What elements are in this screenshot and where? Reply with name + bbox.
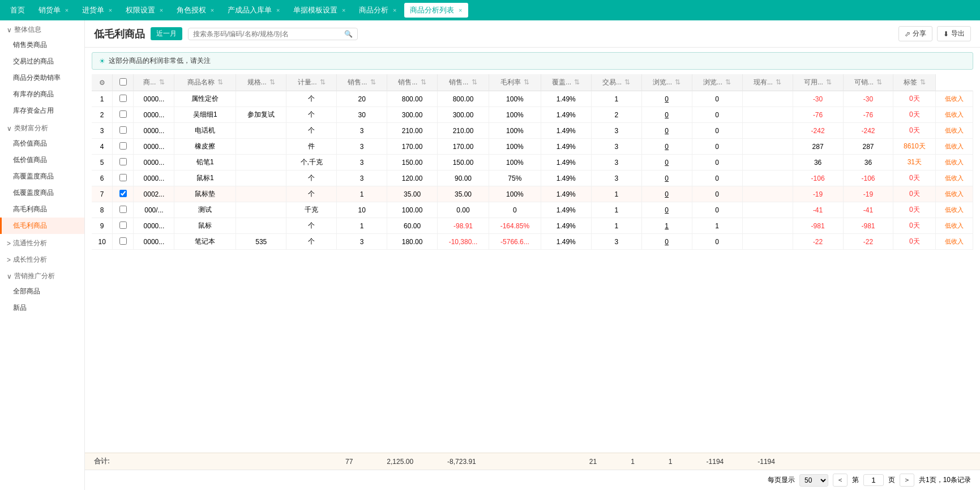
row-saleable: 0天: [893, 202, 936, 218]
row-browse2: [742, 202, 793, 218]
row-gross-rate: 1.49%: [541, 171, 591, 186]
sidebar-item-high-coverage[interactable]: 高覆盖度商品: [0, 168, 84, 185]
sidebar-item-low-value[interactable]: 低价值商品: [0, 152, 84, 168]
row-checkbox[interactable]: [119, 158, 127, 165]
col-code[interactable]: 商... ⇅: [134, 74, 174, 91]
nav-products[interactable]: 产成品入库单 ×: [222, 3, 285, 18]
nav-goods-analysis-close[interactable]: ×: [393, 7, 396, 14]
row-browse1: 0: [692, 234, 742, 250]
row-checkbox[interactable]: [119, 237, 127, 245]
nav-goods-analysis-list-close[interactable]: ×: [459, 7, 462, 14]
sidebar-group-marketing[interactable]: ∨ 营销推广分析: [0, 267, 84, 283]
row-checkbox[interactable]: [119, 221, 127, 229]
page-number-input[interactable]: [863, 474, 884, 486]
nav-permissions-close[interactable]: ×: [160, 7, 163, 14]
nav-purchase-close[interactable]: ×: [109, 7, 112, 14]
row-browse1: 0: [692, 139, 742, 155]
nav-roles-close[interactable]: ×: [211, 7, 214, 14]
col-unit[interactable]: 计量... ⇅: [286, 74, 337, 91]
next-page-button[interactable]: ＞: [900, 474, 914, 487]
col-sales-profit[interactable]: 销售... ⇅: [438, 74, 489, 91]
search-input[interactable]: [193, 30, 344, 38]
row-checkbox-cell: [113, 186, 134, 202]
page-size-select[interactable]: 50 100: [799, 474, 828, 487]
data-table: ⚙ 商... ⇅ 商品名称 ⇅ 规格... ⇅ 计量... ⇅ 销售... ⇅ …: [92, 74, 973, 250]
col-spec[interactable]: 规格... ⇅: [236, 74, 286, 91]
row-spec: [236, 91, 286, 107]
export-button[interactable]: ⬇ 导出: [937, 26, 971, 41]
row-checkbox[interactable]: [119, 142, 127, 150]
sidebar-item-traded-goods[interactable]: 交易过的商品: [0, 53, 84, 70]
row-checkbox[interactable]: [119, 126, 127, 134]
row-trade[interactable]: 0: [641, 234, 692, 250]
col-sales-qty[interactable]: 销售... ⇅: [337, 74, 387, 91]
nav-roles[interactable]: 角色授权 ×: [171, 3, 220, 18]
row-trade[interactable]: 0: [641, 91, 692, 107]
sidebar-item-sales-goods[interactable]: 销售类商品: [0, 37, 84, 53]
row-trade[interactable]: 0: [641, 107, 692, 123]
sidebar-item-high-margin[interactable]: 高毛利商品: [0, 201, 84, 218]
col-browse2[interactable]: 浏览... ⇅: [692, 74, 742, 91]
sidebar-item-capital[interactable]: 库存资金占用: [0, 103, 84, 119]
sidebar-group-overall[interactable]: ∨ 整体信息: [0, 20, 84, 37]
col-coverage[interactable]: 覆盖... ⇅: [541, 74, 591, 91]
row-checkbox[interactable]: [119, 110, 127, 118]
nav-products-close[interactable]: ×: [276, 7, 280, 14]
row-sales-qty: 3: [337, 155, 387, 171]
col-browse1[interactable]: 浏览... ⇅: [641, 74, 692, 91]
sidebar-item-category-rate[interactable]: 商品分类助销率: [0, 70, 84, 86]
row-checkbox[interactable]: [119, 174, 127, 181]
sidebar-item-in-stock[interactable]: 有库存的商品: [0, 86, 84, 103]
col-now-stock[interactable]: 现有... ⇅: [742, 74, 793, 91]
col-tag[interactable]: 标签 ⇅: [893, 74, 936, 91]
nav-permissions[interactable]: 权限设置 ×: [120, 3, 169, 18]
row-browse1: 0: [692, 155, 742, 171]
nav-templates-close[interactable]: ×: [342, 7, 345, 14]
row-trade[interactable]: 0: [641, 202, 692, 218]
row-browse2: [742, 218, 793, 234]
col-profit-rate[interactable]: 毛利率 ⇅: [489, 74, 541, 91]
share-button[interactable]: ⬀ 分享: [898, 26, 932, 41]
row-checkbox[interactable]: [119, 95, 127, 102]
sidebar-group-flow[interactable]: > 流通性分析: [0, 234, 84, 250]
row-trade[interactable]: 1: [641, 218, 692, 234]
row-unit: 个: [286, 186, 337, 202]
sidebar-item-low-margin[interactable]: 低毛利商品: [0, 218, 84, 234]
row-trade[interactable]: 0: [641, 186, 692, 202]
row-sales-qty: 3: [337, 234, 387, 250]
sidebar-group-growth[interactable]: > 成长性分析: [0, 250, 84, 267]
col-settings[interactable]: ⚙: [92, 74, 113, 91]
sidebar-item-all-goods[interactable]: 全部商品: [0, 283, 84, 300]
nav-sales[interactable]: 销货单 ×: [33, 3, 74, 18]
filter-recent-month-button[interactable]: 近一月: [151, 27, 182, 40]
row-trade[interactable]: 0: [641, 123, 692, 139]
row-tag: 低收入: [936, 139, 973, 155]
row-profit-rate: 100%: [489, 139, 541, 155]
row-checkbox[interactable]: [119, 190, 127, 197]
footer-total-area: 77 2,125.00 -8,723.91 21 1 1 -1194 -1194: [119, 458, 971, 466]
col-saleable[interactable]: 可销... ⇅: [843, 74, 893, 91]
sidebar-item-high-value[interactable]: 高价值商品: [0, 135, 84, 152]
nav-home[interactable]: 首页: [5, 3, 31, 18]
nav-goods-analysis[interactable]: 商品分析 ×: [353, 3, 402, 18]
select-all-checkbox[interactable]: [119, 78, 127, 86]
nav-templates[interactable]: 单据模板设置 ×: [288, 3, 351, 18]
table-row: 60000...鼠标1个3120.0090.0075%1.49%300-106-…: [92, 171, 973, 186]
row-checkbox[interactable]: [119, 206, 127, 213]
search-icon[interactable]: 🔍: [344, 30, 353, 38]
nav-sales-close[interactable]: ×: [65, 7, 69, 14]
row-trade[interactable]: 0: [641, 155, 692, 171]
prev-page-button[interactable]: ＜: [833, 474, 848, 487]
sidebar-item-new-goods[interactable]: 新品: [0, 300, 84, 316]
sidebar-group-wealth[interactable]: ∨ 类财富分析: [0, 119, 84, 135]
col-name[interactable]: 商品名称 ⇅: [174, 74, 236, 91]
table-row: 30000...电话机个3210.00210.00100%1.49%300-24…: [92, 123, 973, 139]
col-trade[interactable]: 交易... ⇅: [591, 74, 641, 91]
row-trade[interactable]: 0: [641, 171, 692, 186]
nav-goods-analysis-list[interactable]: 商品分析列表 ×: [404, 3, 468, 18]
nav-purchase[interactable]: 进货单 ×: [76, 3, 118, 18]
row-trade[interactable]: 0: [641, 139, 692, 155]
col-avail-stock[interactable]: 可用... ⇅: [793, 74, 843, 91]
sidebar-item-low-coverage[interactable]: 低覆盖度商品: [0, 185, 84, 201]
col-sales-price[interactable]: 销售... ⇅: [387, 74, 438, 91]
